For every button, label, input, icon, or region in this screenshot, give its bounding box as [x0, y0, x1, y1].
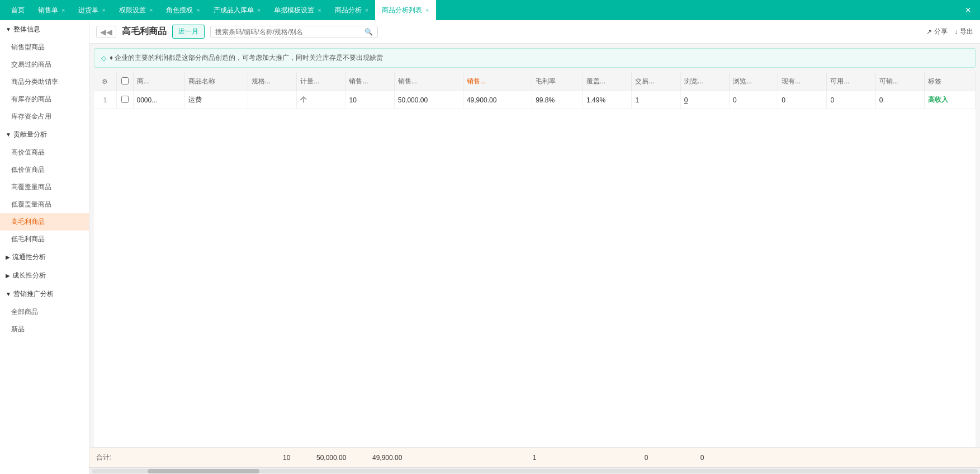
- col-header-gross-margin[interactable]: 毛利率: [532, 72, 583, 91]
- header-actions: ↗ 分享 ↓ 导出: [926, 27, 973, 36]
- cell-saleable-stock: 0: [875, 91, 924, 109]
- col-header-view1[interactable]: 浏览...: [680, 72, 729, 91]
- sidebar-item-low-value[interactable]: 低价值商品: [0, 161, 89, 179]
- nav-item-roles[interactable]: 角色授权 ×: [159, 0, 206, 20]
- nav-item-template[interactable]: 单据模板设置 ×: [267, 0, 328, 20]
- col-header-sale-amount[interactable]: 销售...: [394, 72, 463, 91]
- cell-available-stock: 0: [827, 91, 875, 109]
- nav-item-sales[interactable]: 销售单 ×: [31, 0, 72, 20]
- nav-item-permissions[interactable]: 权限设置 ×: [112, 0, 159, 20]
- cell-check[interactable]: [116, 91, 133, 109]
- filter-recent-month-button[interactable]: 近一月: [172, 25, 205, 39]
- col-header-saleable-stock[interactable]: 可销...: [875, 72, 924, 91]
- sidebar: ▼ 整体信息 销售型商品 交易过的商品 商品分类助销率 有库存的商品 库存资金占…: [0, 20, 89, 474]
- cell-sale-qty: 10: [345, 91, 394, 109]
- nav-label-analysis-list: 商品分析列表: [382, 6, 422, 15]
- sidebar-collapse-button[interactable]: ◀◀: [96, 26, 116, 38]
- sidebar-item-new-goods[interactable]: 新品: [0, 321, 89, 338]
- close-icon[interactable]: ×: [196, 7, 200, 13]
- table-footer: 合计: 10 50,000.00 49,900.00 1 0 0: [89, 447, 980, 467]
- search-input[interactable]: [215, 28, 362, 36]
- col-header-code[interactable]: 商...: [133, 72, 184, 91]
- col-header-spec[interactable]: 规格...: [248, 72, 296, 91]
- sidebar-group-overall[interactable]: ▼ 整体信息: [0, 20, 89, 39]
- col-header-current-stock[interactable]: 现有...: [778, 72, 827, 91]
- close-all-button[interactable]: ×: [960, 4, 976, 16]
- cell-gross-margin: 99.8%: [532, 91, 583, 109]
- nav-item-analysis[interactable]: 商品分析 ×: [328, 0, 375, 20]
- tag-label: 高收入: [928, 96, 948, 104]
- cell-transaction: 1: [632, 91, 680, 109]
- nav-label-purchase: 进货单: [78, 6, 98, 15]
- content-header: ◀◀ 高毛利商品 近一月 🔍 ↗ 分享 ↓ 导出: [89, 20, 980, 44]
- col-header-tag[interactable]: 标签: [924, 72, 975, 91]
- sidebar-item-in-stock[interactable]: 有库存的商品: [0, 91, 89, 108]
- scroll-thumb[interactable]: [148, 469, 259, 473]
- sidebar-item-all-goods[interactable]: 全部商品: [0, 303, 89, 321]
- nav-item-purchase[interactable]: 进货单 ×: [72, 0, 112, 20]
- search-icon[interactable]: 🔍: [364, 28, 373, 36]
- sidebar-group-circulation-label: 流通性分析: [12, 252, 46, 262]
- sidebar-group-circulation[interactable]: ▶ 流通性分析: [0, 248, 89, 266]
- export-button[interactable]: ↓ 导出: [954, 27, 973, 36]
- cell-code: 0000...: [133, 91, 184, 109]
- sidebar-item-category-rate[interactable]: 商品分类助销率: [0, 73, 89, 91]
- sidebar-group-marketing[interactable]: ▼ 营销推广分析: [0, 285, 89, 303]
- close-icon[interactable]: ×: [149, 7, 153, 13]
- nav-item-analysis-list[interactable]: 商品分析列表 ×: [375, 0, 435, 20]
- nav-item-home[interactable]: 首页: [4, 0, 31, 20]
- cell-unit: 个: [297, 91, 345, 109]
- col-header-check[interactable]: [116, 72, 133, 91]
- col-header-view2[interactable]: 浏览...: [729, 72, 778, 91]
- collapse-arrow-icon: ▼: [6, 291, 11, 297]
- sidebar-group-growth-label: 成长性分析: [12, 271, 46, 280]
- col-header-settings[interactable]: ⚙: [94, 72, 116, 91]
- footer-available-stock: 0: [659, 454, 704, 462]
- close-icon[interactable]: ×: [425, 7, 429, 13]
- sidebar-item-high-margin[interactable]: 高毛利商品: [0, 213, 89, 231]
- close-icon[interactable]: ×: [318, 7, 321, 13]
- footer-current-stock: 0: [603, 454, 648, 462]
- sidebar-item-sales-goods[interactable]: 销售型商品: [0, 39, 89, 56]
- close-icon[interactable]: ×: [61, 7, 65, 13]
- export-label: 导出: [960, 27, 973, 36]
- collapse-arrow-icon: ▼: [6, 132, 11, 138]
- view1-link[interactable]: 0: [684, 96, 688, 104]
- sidebar-item-low-coverage[interactable]: 低覆盖量商品: [0, 196, 89, 213]
- col-header-coverage[interactable]: 覆盖...: [583, 72, 632, 91]
- col-header-available-stock[interactable]: 可用...: [827, 72, 875, 91]
- horizontal-scrollbar[interactable]: [89, 467, 980, 474]
- row-checkbox[interactable]: [121, 96, 129, 103]
- info-banner: ◇ ♦ 企业的主要的利润都是这部分商品创造的，可考虑加大推广，同时关注库存是不要…: [94, 48, 976, 68]
- sidebar-group-contribution[interactable]: ▼ 贡献量分析: [0, 125, 89, 144]
- cell-view1[interactable]: 0: [680, 91, 729, 109]
- cell-coverage: 1.49%: [583, 91, 632, 109]
- col-header-unit[interactable]: 计量...: [297, 72, 345, 91]
- close-icon[interactable]: ×: [102, 7, 105, 13]
- nav-label-analysis: 商品分析: [335, 6, 362, 15]
- select-all-checkbox[interactable]: [121, 77, 129, 85]
- nav-label-roles: 角色授权: [166, 6, 193, 15]
- cell-sale-profit: 49,900.00: [463, 91, 532, 109]
- col-header-name[interactable]: 商品名称: [184, 72, 248, 91]
- sidebar-item-high-coverage[interactable]: 高覆盖量商品: [0, 179, 89, 196]
- col-header-sale-qty[interactable]: 销售...: [345, 72, 394, 91]
- footer-label: 合计:: [96, 453, 111, 462]
- cell-current-stock: 0: [778, 91, 827, 109]
- sidebar-item-high-value[interactable]: 高价值商品: [0, 144, 89, 161]
- table-header-row: ⚙ 商... 商品名称 规格... 计量... 销售... 销售... 销售..…: [94, 72, 976, 91]
- col-header-sale-profit[interactable]: 销售...: [463, 72, 532, 91]
- close-icon[interactable]: ×: [365, 7, 368, 13]
- nav-item-stock-in[interactable]: 产成品入库单 ×: [207, 0, 267, 20]
- sidebar-group-marketing-label: 营销推广分析: [13, 289, 54, 299]
- sidebar-item-low-margin[interactable]: 低毛利商品: [0, 231, 89, 248]
- sidebar-item-traded-goods[interactable]: 交易过的商品: [0, 56, 89, 73]
- sidebar-item-capital-occupation[interactable]: 库存资金占用: [0, 108, 89, 125]
- col-header-transaction[interactable]: 交易...: [632, 72, 680, 91]
- cell-index: 1: [94, 91, 116, 109]
- sidebar-group-growth[interactable]: ▶ 成长性分析: [0, 266, 89, 285]
- cell-view2: 0: [729, 91, 778, 109]
- collapse-arrow-icon: ▶: [6, 254, 10, 260]
- share-button[interactable]: ↗ 分享: [926, 27, 948, 36]
- close-icon[interactable]: ×: [257, 7, 261, 13]
